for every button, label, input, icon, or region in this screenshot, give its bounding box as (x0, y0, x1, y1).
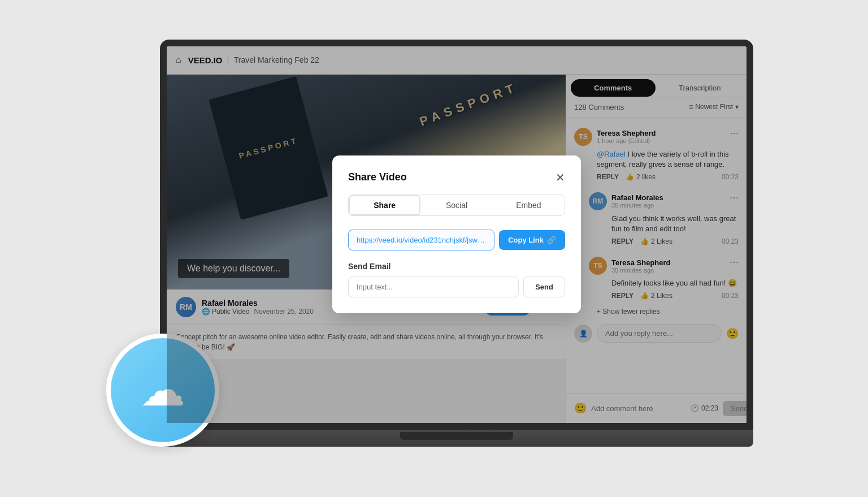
send-email-row: Send (348, 276, 565, 297)
modal-title: Share Video (348, 171, 407, 183)
send-email-button[interactable]: Send (523, 276, 565, 297)
share-modal: Share Video ✕ Share Social Embed https:/… (332, 155, 581, 313)
laptop: ⌂ VEED.IO | Travel Marketing Feb 22 PASS… (160, 40, 753, 458)
modal-tab-share[interactable]: Share (349, 195, 420, 215)
modal-tab-social[interactable]: Social (420, 195, 492, 215)
modal-tabs: Share Social Embed (348, 195, 565, 216)
laptop-base (160, 430, 753, 447)
modal-overlay[interactable]: Share Video ✕ Share Social Embed https:/… (167, 46, 747, 423)
email-input[interactable] (348, 276, 519, 297)
link-row: https://veed.io/video/id231nchjskf/jswbm… (348, 230, 565, 250)
share-link-box: https://veed.io/video/id231nchjskf/jswbm… (348, 230, 494, 250)
link-icon: 🔗 (547, 236, 556, 244)
modal-tab-embed[interactable]: Embed (493, 195, 565, 215)
copy-link-label: Copy Link (508, 236, 544, 244)
send-email-label: Send Email (348, 262, 565, 271)
modal-header: Share Video ✕ (348, 171, 565, 183)
copy-link-button[interactable]: Copy Link 🔗 (499, 230, 565, 250)
scene: ☁ ⌂ VEED.IO | Travel Marketing Feb 22 (95, 17, 773, 481)
modal-close-button[interactable]: ✕ (555, 172, 565, 183)
laptop-screen: ⌂ VEED.IO | Travel Marketing Feb 22 PASS… (160, 40, 753, 430)
